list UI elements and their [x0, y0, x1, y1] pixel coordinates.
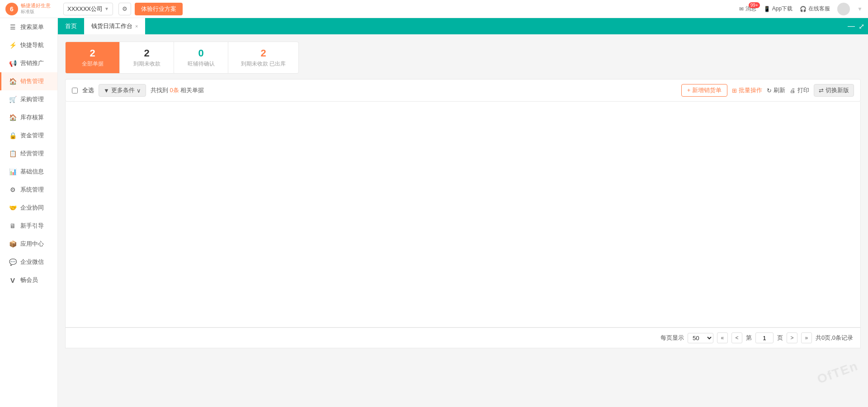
sidebar-item-system[interactable]: ⚙ 系统管理	[0, 181, 57, 199]
batch-icon: ⊞	[732, 87, 737, 94]
found-prefix: 共找到	[151, 87, 168, 94]
stat-num-wangwang: 0	[187, 47, 215, 59]
sidebar-label-app-center: 应用中心	[20, 240, 44, 248]
refresh-button[interactable]: ↻ 刷新	[767, 86, 785, 94]
sidebar-item-app-center[interactable]: 📦 应用中心	[0, 235, 57, 253]
per-page-select[interactable]: 50 100 200	[688, 333, 713, 343]
operations-icon: 📋	[9, 150, 17, 157]
print-button[interactable]: 🖨 打印	[790, 86, 809, 94]
logo-icon: 6	[5, 3, 18, 15]
print-icon: 🖨	[790, 87, 796, 94]
finance-icon: 🔒	[9, 132, 17, 139]
top-header: 6 畅捷通好生意 标准版 XXXXXX公司 ▼ ⚙ 体验行业方案 ✉ 消息 99…	[0, 0, 868, 18]
experience-button[interactable]: 体验行业方案	[135, 3, 183, 15]
sidebar-label-search-menu: 搜索菜单	[20, 23, 44, 31]
weixin-icon: 💬	[9, 258, 17, 266]
enterprise-icon: 🤝	[9, 204, 17, 211]
stats-row: 2 全部单据 2 到期未收款 0 旺辅待确认 2 到期未收款 已出库	[65, 42, 299, 74]
sidebar-item-inventory[interactable]: 🏠 库存核算	[0, 108, 57, 126]
sidebar-label-purchase: 采购管理	[20, 95, 44, 103]
next-page-button[interactable]: >	[787, 332, 797, 343]
stat-card-wangwang[interactable]: 0 旺辅待确认	[174, 42, 228, 73]
stat-card-all[interactable]: 2 全部单据	[66, 42, 120, 73]
marketing-icon: 📢	[9, 60, 17, 67]
current-page-input[interactable]	[755, 332, 774, 343]
refresh-label: 刷新	[774, 86, 785, 94]
sidebar-label-sales: 销售管理	[20, 77, 44, 85]
sidebar-label-basic-info: 基础信息	[20, 168, 44, 176]
stat-num-unshipped: 2	[241, 47, 286, 59]
message-button[interactable]: ✉ 消息 99+	[739, 5, 756, 13]
sidebar-label-inventory: 库存核算	[20, 113, 44, 122]
sidebar-item-basic-info[interactable]: 📊 基础信息	[0, 163, 57, 181]
system-icon: ⚙	[9, 186, 17, 193]
found-count: 0条	[170, 87, 179, 94]
tab-bar-actions: — ⤢	[848, 18, 868, 34]
avatar[interactable]	[837, 3, 850, 15]
company-selector[interactable]: XXXXXX公司 ▼	[63, 3, 113, 15]
inventory-icon: 🏠	[9, 114, 17, 121]
header-right: ✉ 消息 99+ 📱 App下载 🎧 在线客服 ▼	[739, 3, 863, 15]
pagination-bar: 每页显示 50 100 200 « < 第 页 > » 共0页,0条记录	[65, 327, 861, 348]
sidebar-item-marketing[interactable]: 📢 营销推广	[0, 54, 57, 72]
tab-bar: 首页 钱货日清工作台 × — ⤢	[58, 18, 868, 34]
tab-active[interactable]: 钱货日清工作台 ×	[84, 18, 145, 34]
per-page-label: 每页显示	[660, 334, 684, 342]
online-service-button[interactable]: 🎧 在线客服	[800, 5, 830, 13]
online-service-label: 在线客服	[808, 5, 830, 13]
sidebar-item-finance[interactable]: 🔒 资金管理	[0, 126, 57, 145]
sidebar-item-weixin[interactable]: 💬 企业微信	[0, 253, 57, 271]
stat-card-overdue[interactable]: 2 到期未收款	[120, 42, 174, 73]
tab-maximize-icon[interactable]: ⤢	[859, 22, 864, 31]
sidebar-item-member[interactable]: V 畅会员	[0, 271, 57, 289]
sidebar-item-sales[interactable]: 🏠 销售管理	[0, 72, 57, 90]
sidebar-item-purchase[interactable]: 🛒 采购管理	[0, 90, 57, 108]
logo-area: 6 畅捷通好生意 标准版	[5, 3, 63, 15]
company-name: XXXXXX公司	[67, 5, 103, 13]
switch-icon: ⇄	[819, 87, 824, 94]
sidebar: ☰ 搜索菜单 ⚡ 快捷导航 📢 营销推广 🏠 销售管理 🛒 采购管理 🏠 库存核…	[0, 18, 58, 407]
user-name[interactable]: ▼	[857, 6, 863, 12]
gear-icon: ⚙	[122, 5, 127, 12]
toolbar-left: 全选 ▼ 更多条件 ∨ 共找到 0条 相关单据	[72, 84, 676, 97]
filter-label: 更多条件	[111, 86, 135, 94]
member-icon: V	[9, 276, 17, 284]
tab-home-label: 首页	[65, 22, 77, 30]
sidebar-label-operations: 经营管理	[20, 150, 44, 158]
batch-operation-button[interactable]: ⊞ 批量操作	[732, 86, 762, 94]
sidebar-item-quick-nav[interactable]: ⚡ 快捷导航	[0, 36, 57, 54]
logo-sub: 标准版	[21, 9, 51, 15]
tab-minimize-icon[interactable]: —	[848, 22, 855, 30]
sidebar-label-member: 畅会员	[20, 276, 38, 284]
sidebar-item-guide[interactable]: 🖥 新手引导	[0, 217, 57, 235]
table-area	[65, 102, 861, 327]
prev-page-button[interactable]: <	[731, 332, 742, 343]
sidebar-label-finance: 资金管理	[20, 131, 44, 140]
settings-button[interactable]: ⚙	[118, 3, 131, 15]
app-download-label: App下载	[772, 5, 793, 13]
total-records: 共0页,0条记录	[816, 334, 853, 342]
last-page-button[interactable]: »	[801, 332, 812, 343]
app-download-button[interactable]: 📱 App下载	[764, 5, 793, 13]
filter-arrow-icon: ∨	[137, 87, 141, 94]
sidebar-label-marketing: 营销推广	[20, 59, 44, 67]
tab-close-icon[interactable]: ×	[135, 23, 138, 29]
add-sales-button[interactable]: + 新增销货单	[681, 84, 727, 97]
first-page-button[interactable]: «	[717, 332, 728, 343]
sidebar-label-enterprise: 企业协同	[20, 204, 44, 212]
filter-button[interactable]: ▼ 更多条件 ∨	[99, 84, 146, 97]
sidebar-label-weixin: 企业微信	[20, 258, 44, 266]
stat-card-unshipped[interactable]: 2 到期未收款 已出库	[228, 42, 298, 73]
sales-icon: 🏠	[9, 78, 17, 85]
quick-nav-icon: ⚡	[9, 42, 17, 49]
sidebar-item-enterprise[interactable]: 🤝 企业协同	[0, 199, 57, 217]
sidebar-item-operations[interactable]: 📋 经营管理	[0, 145, 57, 163]
select-all-checkbox[interactable]	[72, 88, 78, 94]
sidebar-item-search-menu[interactable]: ☰ 搜索菜单	[0, 18, 57, 36]
sidebar-label-guide: 新手引导	[20, 222, 44, 230]
tab-home[interactable]: 首页	[58, 18, 84, 34]
stat-label-unshipped: 到期未收款 已出库	[241, 60, 286, 68]
found-text: 共找到 0条 相关单据	[151, 86, 204, 94]
switch-version-button[interactable]: ⇄ 切换新版	[814, 84, 854, 97]
main-content: 2 全部单据 2 到期未收款 0 旺辅待确认 2 到期未收款 已出库 全选 ▼ …	[58, 34, 868, 407]
